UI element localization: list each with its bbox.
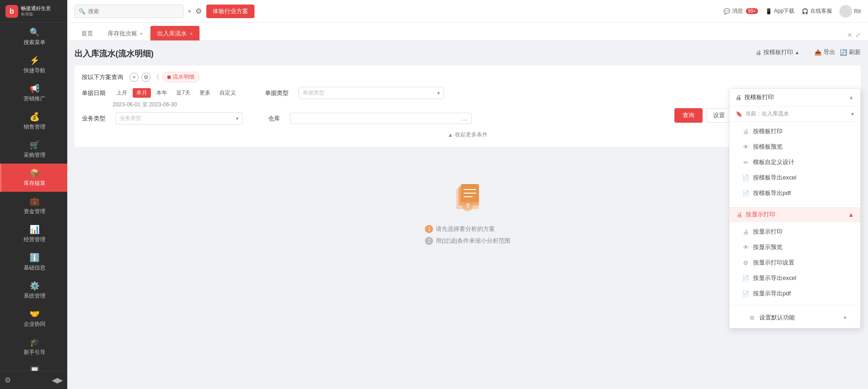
date-opt-custom[interactable]: 自定义 — [216, 88, 239, 98]
date-opt-thisyear[interactable]: 本年 — [153, 88, 171, 98]
tab-flow-close-icon[interactable]: × — [190, 31, 192, 36]
user-avatar-area[interactable]: Rit — [839, 5, 861, 18]
sidebar-item-marketing[interactable]: 📢 营销推广 — [0, 79, 67, 107]
sidebar-nav: 🔍 搜索菜单 ⚡ 快捷导航 📢 营销推广 💰 销售管理 🛒 采购管理 📦 库存核… — [0, 23, 67, 371]
filter-chip[interactable]: 流水明细 — [162, 72, 200, 82]
search-icon-topbar: 🔍 — [79, 8, 85, 15]
print-icon: 🖨 — [756, 49, 762, 56]
date-filter-label: 单据日期 — [82, 89, 105, 97]
dropdown-header-title: 🖨 按模板打印 — [736, 93, 774, 101]
app-download-button[interactable]: 📱 App下载 — [765, 7, 794, 15]
topbar-search-box[interactable]: 🔍 — [75, 5, 184, 18]
purchase-icon: 🛒 — [30, 140, 40, 150]
tab-batch-close-icon[interactable]: × — [140, 31, 143, 36]
biz-type-label: 业务类型 — [82, 115, 105, 123]
display-print-group-header[interactable]: 🖨 按显示打印 ▲ — [729, 207, 860, 222]
template-preview-item[interactable]: 👁 按模板预览 — [729, 139, 860, 155]
refresh-button[interactable]: 🔄 刷新 — [840, 48, 861, 56]
template-print-item[interactable]: 🖨 按模板打印 — [729, 124, 860, 139]
empty-steps: 1 请先选择要分析的方案 2 用[过滤]条件来缩小分析范围 — [425, 223, 510, 247]
set-default-item[interactable]: ⚙ 设置默认功能 ▼ — [736, 311, 854, 324]
main-area: 🔍 ▾ ⚙ 体验行业方案 💬 消息 99+ 📱 App下载 🎧 在线客服 Rit — [67, 0, 868, 389]
display-excel-item[interactable]: 📄 按显示导出excel — [729, 270, 860, 286]
date-opt-more[interactable]: 更多 — [196, 88, 214, 98]
sidebar-item-inventory[interactable]: 📦 库存核算 — [0, 164, 67, 192]
tab-batch[interactable]: 库存批次账 × — [101, 26, 150, 40]
sidebar-item-sales[interactable]: 💰 销售管理 — [0, 107, 67, 135]
biz-type-select[interactable]: 业务类型 ▾ — [115, 112, 243, 125]
doc-type-select[interactable]: 单据类型 ▾ — [299, 87, 444, 99]
template-custom-item[interactable]: ✏ 模板自定义设计 — [729, 155, 860, 170]
doc-type-select-arrow: ▾ — [437, 90, 440, 96]
dropdown-collapse-icon[interactable]: ▲ — [848, 94, 854, 100]
footer-arrow-icon: ▼ — [843, 315, 848, 320]
settings-bottom-icon[interactable]: ⚙ — [5, 376, 11, 384]
svg-text:?: ? — [466, 202, 470, 209]
current-template-icon: 🔖 — [736, 111, 743, 117]
empty-step-1: 1 请先选择要分析的方案 — [425, 223, 510, 235]
action-divider: … — [804, 49, 810, 56]
print-dropdown-panel: 🖨 按模板打印 ▲ 🔖 当前：出入库流水 ▾ 🖨 按模板打印 — [729, 88, 861, 329]
finance-icon: 💼 — [30, 196, 40, 206]
empty-step-2: 2 用[过滤]条件来缩小分析范围 — [425, 235, 510, 247]
sidebar-bottom: ⚙ ◀▶ — [0, 371, 67, 389]
filter-settings-button[interactable]: ⚙ — [141, 73, 150, 82]
sidebar-item-system[interactable]: ⚙️ 系统管理 — [0, 276, 67, 304]
display-preview-icon: 👁 — [742, 244, 749, 251]
close-window-icon[interactable]: ✕ — [847, 31, 853, 39]
date-opt-thismonth[interactable]: 本月 — [133, 88, 151, 98]
top-actions: 🖨 按模板打印 ▲ … 📤 导出 🔄 刷新 — [756, 48, 861, 56]
print-header-icon: 🖨 — [736, 94, 742, 101]
current-template-arrow: ▾ — [851, 111, 854, 117]
date-range-display: 2023-06-01 至 2023-06-30 — [113, 101, 177, 108]
sidebar-logo: b 畅捷通好生意 标准版 — [0, 0, 67, 23]
display-section: 🖨 按显示打印 👁 按显示预览 ⚙ 按显示打印设置 📄 按显示导出excel 📄 — [729, 222, 860, 303]
display-settings-item[interactable]: ⚙ 按显示打印设置 — [729, 255, 860, 270]
template-excel-item[interactable]: 📄 按模板导出excel — [729, 170, 860, 185]
date-options: 上月 本月 本年 近7天 更多 自定义 — [113, 88, 239, 98]
sidebar-item-quicknav[interactable]: ⚡ 快捷导航 — [0, 51, 67, 79]
warehouse-more-icon[interactable]: … — [462, 115, 468, 122]
sidebar-item-collab[interactable]: 🤝 企业协同 — [0, 304, 67, 333]
dropdown-header: 🖨 按模板打印 ▲ — [729, 89, 860, 106]
quicknav-icon: ⚡ — [30, 55, 40, 65]
date-opt-7days[interactable]: 近7天 — [173, 88, 194, 98]
online-service-button[interactable]: 🎧 在线客服 — [802, 7, 832, 15]
print-button[interactable]: 🖨 按模板打印 ▲ — [756, 48, 799, 56]
tab-home[interactable]: 首页 — [75, 26, 100, 40]
display-settings-icon: ⚙ — [742, 259, 749, 266]
collab-icon: 🤝 — [30, 309, 40, 319]
sidebar-item-appcenter[interactable]: 🔲 应用中心 — [0, 361, 67, 371]
display-pdf-item[interactable]: 📄 按显示导出pdf — [729, 286, 860, 301]
sidebar-item-search[interactable]: 🔍 搜索菜单 — [0, 23, 67, 51]
sidebar-item-operations[interactable]: 📊 经营管理 — [0, 220, 67, 248]
sidebar-item-purchase[interactable]: 🛒 采购管理 — [0, 135, 67, 164]
logo-icon: b — [5, 5, 18, 18]
sidebar-item-finance[interactable]: 💼 资金管理 — [0, 192, 67, 220]
tab-flow[interactable]: 出入库流水 × — [150, 26, 199, 40]
display-print-item[interactable]: 🖨 按显示打印 — [729, 224, 860, 239]
filter-collapse-icon[interactable]: 《 — [153, 73, 160, 81]
settings-button[interactable]: 设置 — [706, 108, 732, 123]
collapse-icon[interactable]: ◀▶ — [52, 376, 63, 384]
export-icon: 📤 — [814, 49, 822, 56]
date-opt-lastmonth[interactable]: 上月 — [113, 88, 131, 98]
topbar-gear-icon[interactable]: ⚙ — [195, 7, 202, 15]
template-pdf-item[interactable]: 📄 按模板导出pdf — [729, 185, 860, 201]
filter-add-button[interactable]: + — [130, 73, 139, 82]
sidebar-item-basic[interactable]: ℹ️ 基础信息 — [0, 248, 67, 276]
dp-divider — [729, 204, 860, 205]
search-input[interactable] — [88, 8, 180, 15]
message-button[interactable]: 💬 消息 99+ — [723, 7, 758, 15]
sidebar-item-guide[interactable]: 🎓 新手引导 — [0, 333, 67, 361]
tab-window-controls: ✕ ⤢ — [847, 31, 861, 39]
warehouse-label: 仓库 — [268, 115, 280, 123]
chevron-up-icon: ▲ — [448, 132, 453, 138]
doc-type-label: 单据类型 — [265, 89, 289, 97]
maximize-window-icon[interactable]: ⤢ — [855, 31, 861, 39]
query-button[interactable]: 查询 — [674, 108, 703, 123]
display-preview-item[interactable]: 👁 按显示预览 — [729, 239, 860, 255]
trial-button[interactable]: 体验行业方案 — [206, 5, 254, 18]
export-button[interactable]: 📤 导出 — [814, 48, 835, 56]
display-excel-icon: 📄 — [742, 274, 749, 282]
